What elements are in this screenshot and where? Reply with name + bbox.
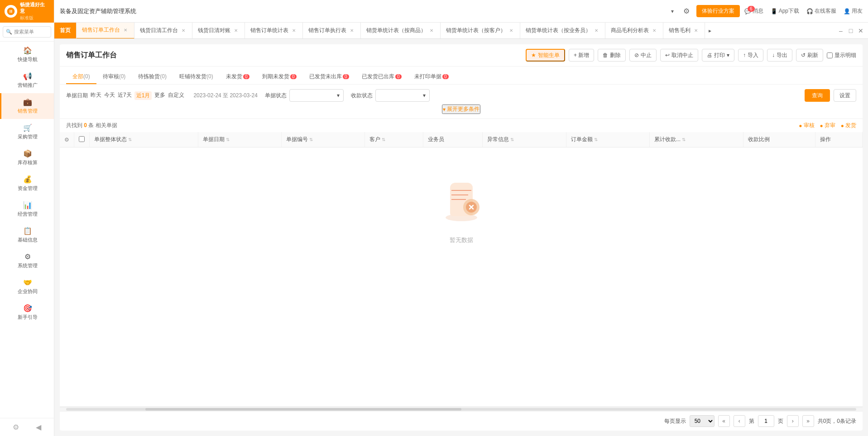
search-menu-button[interactable]: 🔍 搜索菜单 — [3, 26, 51, 38]
horizontal-scroll[interactable] — [60, 407, 863, 411]
sidebar-item-finance[interactable]: 💰 资金管理 — [0, 171, 54, 196]
sort-icon: ⇅ — [510, 137, 514, 142]
date-link-more[interactable]: 更多 — [154, 91, 165, 100]
message-button[interactable]: 💬 6 消息 — [744, 7, 763, 15]
window-restore-button[interactable]: □ — [846, 26, 855, 35]
app-download-button[interactable]: 📱 App下载 — [771, 7, 799, 15]
status-select[interactable]: ▾ — [289, 89, 344, 102]
sidebar-item-purchase[interactable]: 🛒 采购管理 — [0, 119, 54, 145]
delete-button[interactable]: 🗑 删除 — [598, 49, 626, 62]
tab-more-button[interactable]: ▸ — [705, 28, 715, 34]
payment-select[interactable]: ▾ — [375, 89, 430, 102]
tab-home[interactable]: 首页 — [54, 23, 77, 39]
experience-button[interactable]: 体验行业方案 — [696, 5, 740, 17]
tab-gross-profit[interactable]: 商品毛利分析表 ✕ — [605, 23, 663, 39]
print-button[interactable]: 🖨 打印 ▾ — [702, 49, 734, 62]
revoke-action[interactable]: ● 弃审 — [820, 122, 835, 129]
filter-tab-not-printed[interactable]: 未打印单据0 — [408, 70, 455, 84]
tab-cash-daily[interactable]: 钱货日清工作台 ✕ — [134, 23, 192, 39]
tab-bar: 首页 销售订单工作台 ✕ 钱货日清工作台 ✕ 钱货日清对账 ✕ 销售订单统计表 … — [54, 23, 868, 39]
sidebar-settings-button[interactable]: ⚙ — [13, 423, 19, 431]
ship-action[interactable]: ● 发货 — [841, 122, 856, 129]
print-icon: 🖨 — [707, 52, 712, 58]
date-link-7days[interactable]: 近7天 — [118, 91, 132, 100]
tab-sales-by-customer[interactable]: 销货单统计表（按客户） ✕ — [441, 23, 520, 39]
tab-cash-reconcile[interactable]: 钱货日清对账 ✕ — [192, 23, 245, 39]
show-detail-checkbox[interactable] — [827, 52, 833, 58]
filter-tab-pending-review[interactable]: 待审核(0) — [96, 70, 132, 84]
cancel-stop-button[interactable]: ↩ 取消中止 — [660, 49, 698, 62]
last-page-button[interactable]: » — [802, 415, 814, 427]
window-min-button[interactable]: – — [836, 26, 845, 35]
filter-tab-all[interactable]: 全部(0) — [66, 70, 96, 84]
tab-close-sales-by-product[interactable]: ✕ — [428, 28, 435, 34]
sidebar-collapse-button[interactable]: ◀ — [36, 423, 41, 431]
first-page-button[interactable]: « — [718, 415, 730, 427]
sidebar-item-enterprise[interactable]: 🤝 企业协同 — [0, 274, 54, 299]
next-page-button[interactable]: › — [787, 415, 799, 427]
approve-action[interactable]: ● 审核 — [799, 122, 814, 129]
tab-close-sales-by-staff[interactable]: ✕ — [593, 28, 599, 34]
tab-close-sales-more[interactable]: ✕ — [693, 28, 699, 34]
set-button[interactable]: 设置 — [834, 89, 856, 102]
tab-close-sales-exec[interactable]: ✕ — [349, 28, 355, 34]
date-link-custom[interactable]: 自定义 — [168, 91, 184, 100]
sidebar-item-label: 经营管理 — [18, 211, 38, 218]
date-link-yesterday[interactable]: 昨天 — [91, 91, 101, 100]
online-service-button[interactable]: 🎧 在线客服 — [806, 7, 836, 15]
app-logo: 畅捷通好生意 标准版 — [0, 0, 54, 23]
tab-sales-more[interactable]: 销售毛利 ✕ — [663, 23, 705, 39]
sidebar-item-business[interactable]: 📊 经营管理 — [0, 196, 54, 222]
query-button[interactable]: 查询 — [805, 89, 830, 102]
filter-tab-pending-inspect[interactable]: 待拣验货(0) — [132, 70, 173, 84]
tab-sales-by-staff[interactable]: 销货单统计表（按业务员） ✕ — [520, 23, 605, 39]
th-settings[interactable]: ⚙ — [60, 132, 74, 147]
window-close-button[interactable]: ✕ — [856, 26, 865, 35]
export-button[interactable]: ↓ 导出 — [767, 49, 792, 62]
tab-close-sales-by-customer[interactable]: ✕ — [508, 28, 514, 34]
smart-generate-button[interactable]: ★ 智能生单 — [526, 49, 565, 62]
sidebar-item-system[interactable]: ⚙ 系统管理 — [0, 248, 54, 274]
filter-tab-wangpu-ship[interactable]: 旺铺待发货(0) — [173, 70, 220, 84]
stats-actions: ● 审核 ● 弃审 ● 发货 — [799, 122, 856, 129]
tab-close-cash-reconcile[interactable]: ✕ — [233, 28, 239, 34]
user-button[interactable]: 👤 用友 — [844, 7, 863, 15]
settings-button[interactable]: ⚙ — [681, 6, 692, 17]
select-all-checkbox[interactable] — [79, 136, 85, 142]
tab-sales-by-product[interactable]: 销货单统计表（按商品） ✕ — [361, 23, 441, 39]
sidebar-item-inventory[interactable]: 📦 库存核算 — [0, 145, 54, 171]
add-button[interactable]: + 新增 — [569, 49, 594, 62]
sidebar-item-guide[interactable]: 🎯 新手引导 — [0, 299, 54, 325]
import-button[interactable]: ↑ 导入 — [738, 49, 763, 62]
system-expand-button[interactable]: ▾ — [668, 7, 676, 15]
refresh-button[interactable]: ↺ 刷新 — [796, 49, 823, 62]
scroll-thumb[interactable] — [145, 408, 461, 411]
stop-button[interactable]: ⊘ 中止 — [629, 49, 657, 62]
tab-sales-exec[interactable]: 销售订单执行表 ✕ — [303, 23, 361, 39]
tab-sales-workbench[interactable]: 销售订单工作台 ✕ — [77, 23, 134, 39]
tab-label: 销货单统计表（按客户） — [446, 27, 506, 34]
filter-tab-not-shipped[interactable]: 未发货0 — [220, 70, 256, 84]
date-link-1month[interactable]: 近1月 — [134, 91, 152, 100]
expand-filter-label: 展开更多条件 — [447, 105, 480, 113]
tab-close-sales-stats[interactable]: ✕ — [291, 28, 297, 34]
expand-filter-button[interactable]: ▾ 展开更多条件 — [442, 104, 480, 114]
filter-tab-expired-not-shipped[interactable]: 到期未发货0 — [256, 70, 303, 84]
tab-close-gross-profit[interactable]: ✕ — [651, 28, 657, 34]
page-input[interactable] — [758, 415, 774, 427]
filter-tab-shipped-not-out[interactable]: 已发货未出库0 — [303, 70, 355, 84]
filter-tab-shipped-out[interactable]: 已发货已出库0 — [355, 70, 408, 84]
sidebar-item-base-info[interactable]: 📋 基础信息 — [0, 222, 54, 248]
tab-close-cash-daily[interactable]: ✕ — [180, 28, 187, 34]
date-link-today[interactable]: 今天 — [104, 91, 115, 100]
page-size-select[interactable]: 50 100 200 — [690, 415, 715, 427]
tab-sales-stats[interactable]: 销售订单统计表 ✕ — [245, 23, 303, 39]
prev-page-button[interactable]: ‹ — [734, 415, 745, 427]
scroll-track[interactable] — [66, 408, 856, 411]
tab-close-sales-workbench[interactable]: ✕ — [122, 27, 129, 33]
sidebar-item-quick-nav[interactable]: 🏠 快捷导航 — [0, 42, 54, 67]
sidebar-item-sales[interactable]: 💼 销售管理 — [0, 93, 54, 119]
finance-icon: 💰 — [23, 175, 32, 184]
sidebar-item-marketing[interactable]: 📢 营销推广 — [0, 67, 54, 93]
tab-label: 销售毛利 — [669, 27, 691, 34]
